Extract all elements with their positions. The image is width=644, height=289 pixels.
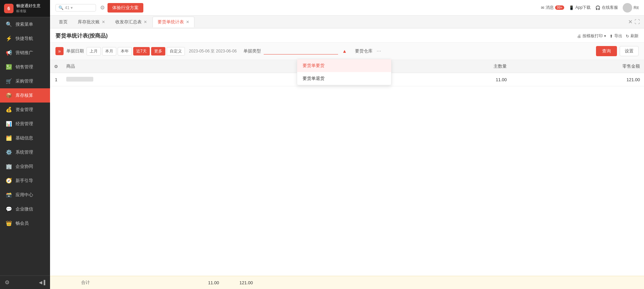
sidebar-collapse-icon[interactable]: ◀▐: [39, 280, 45, 285]
sidebar-icon-search: 🔍: [5, 21, 12, 28]
settings-icon[interactable]: ⚙: [5, 279, 9, 286]
app-sub: 标准版: [16, 9, 41, 14]
tab-close-collect-summary[interactable]: ✕: [144, 20, 147, 24]
date-buttons: 上月 本月 本年 近7天 更多 自定义: [87, 47, 185, 55]
print-arrow[interactable]: ▾: [604, 34, 606, 38]
user-name: Rit: [634, 5, 639, 10]
sidebar-icon-sales: 💹: [5, 64, 12, 70]
date-btn-more[interactable]: 更多: [151, 47, 165, 55]
refresh-label: 刷新: [630, 33, 639, 39]
tab-close-inventory-batch[interactable]: ✕: [102, 20, 105, 24]
col-product: 商品: [62, 60, 244, 73]
date-btn-7days[interactable]: 近7天: [133, 47, 150, 55]
search-box[interactable]: 🔍 41 ▾: [55, 4, 96, 12]
gear-icon[interactable]: ⚙: [100, 4, 105, 11]
date-btn-this-year[interactable]: 本年: [118, 47, 132, 55]
tab-inventory-batch[interactable]: 库存批次账✕: [73, 17, 110, 27]
filter-more-btn[interactable]: ···: [377, 48, 381, 54]
tab-order-summary[interactable]: 要货单统计表✕: [152, 17, 194, 27]
avatar: [623, 3, 632, 13]
type-option-return[interactable]: 要货单退货: [297, 72, 391, 85]
sidebar-label-enterprise: 企业协同: [16, 163, 33, 170]
print-template-action[interactable]: 🖨 按模板打印 ▾: [577, 33, 606, 39]
sidebar-item-enterprise[interactable]: 🏢 企业协同: [0, 159, 50, 174]
product-blurred: [66, 77, 93, 82]
tab-label-collect-summary: 收发存汇总表: [115, 19, 142, 25]
type-option-order[interactable]: 要货单要货: [297, 59, 391, 72]
sidebar-label-sales: 销售管理: [16, 64, 33, 70]
customer-service-item[interactable]: 🎧 在线客服: [595, 5, 618, 10]
tabs-actions: ✕ ⛶: [628, 19, 640, 25]
cell-num-0: 1: [50, 73, 62, 86]
settings-button[interactable]: 设置: [620, 46, 639, 56]
date-btn-this-month[interactable]: 本月: [102, 47, 116, 55]
sidebar-label-operation: 经营管理: [16, 121, 33, 127]
date-btn-prev-month[interactable]: 上月: [87, 47, 101, 55]
sidebar-icon-wechat: 💬: [5, 206, 12, 213]
sidebar-icon-finance: 💰: [5, 106, 12, 113]
col-settings-icon[interactable]: ⚙: [50, 60, 62, 73]
message-label: 消息: [546, 5, 554, 10]
cell-qty-0: 11.00: [400, 73, 511, 86]
message-item[interactable]: ✉ 消息 99+: [541, 5, 564, 10]
refresh-action[interactable]: ↻ 刷新: [626, 33, 639, 39]
sidebar-icon-system: ⚙️: [5, 149, 12, 156]
filter-bar: » 单据日期 上月 本月 本年 近7天 更多 自定义 2023-05-06 至 …: [50, 43, 644, 60]
sidebar-item-guide[interactable]: 🧭 新手引导: [0, 174, 50, 188]
sidebar-item-member[interactable]: 👑 畅会员: [0, 216, 50, 230]
tab-home[interactable]: 首页: [54, 17, 72, 27]
sidebar-nav: 🔍 搜索菜单 ⚡ 快捷导航 📢 营销推广 💹 销售管理 🛒 采购管理 📦 库存核…: [0, 17, 50, 275]
print-icon: 🖨: [577, 34, 581, 39]
sidebar-item-marketing[interactable]: 📢 营销推广: [0, 46, 50, 60]
cell-amount-0: 121.00: [511, 73, 644, 86]
query-button[interactable]: 查询: [596, 46, 617, 56]
filter-expand-btn[interactable]: »: [55, 47, 64, 55]
sidebar-item-basic[interactable]: 🗂️ 基础信息: [0, 131, 50, 145]
sidebar-label-system: 系统管理: [16, 149, 33, 155]
sidebar-item-operation[interactable]: 📊 经营管理: [0, 117, 50, 131]
sidebar-label-inventory: 库存核算: [16, 92, 33, 98]
promo-button[interactable]: 体验行业方案: [108, 3, 143, 13]
sidebar-item-sales[interactable]: 💹 销售管理: [0, 60, 50, 74]
sidebar-icon-shortcut: ⚡: [5, 35, 12, 42]
sidebar-item-shortcut[interactable]: ⚡ 快捷导航: [0, 31, 50, 46]
tabs-close-all[interactable]: ✕: [628, 19, 633, 25]
type-input[interactable]: [264, 48, 338, 54]
sidebar-item-appstore[interactable]: 🗃️ 应用中心: [0, 188, 50, 202]
date-btn-custom[interactable]: 自定义: [167, 47, 185, 55]
user-item[interactable]: Rit: [623, 3, 639, 13]
topbar-right: ✉ 消息 99+ 📱 App下载 🎧 在线客服 Rit: [541, 3, 639, 13]
sidebar: 6 畅捷通好生意 标准版 🔍 搜索菜单 ⚡ 快捷导航 📢 营销推广 💹 销售管理…: [0, 0, 50, 289]
tab-close-order-summary[interactable]: ✕: [186, 20, 189, 24]
warehouse-label: 要货仓库: [355, 48, 373, 54]
date-label: 单据日期: [66, 48, 84, 54]
message-icon: ✉: [541, 5, 544, 10]
type-dropdown-arrow[interactable]: ▲: [342, 48, 347, 54]
app-download-label: App下载: [575, 5, 591, 10]
tab-label-home: 首页: [59, 19, 68, 25]
sidebar-item-purchase[interactable]: 🛒 采购管理: [0, 74, 50, 88]
sidebar-bottom: ⚙ ◀▐: [0, 275, 50, 289]
sidebar-item-inventory[interactable]: 📦 库存核算: [0, 88, 50, 103]
sidebar-icon-appstore: 🗃️: [5, 192, 12, 198]
tab-collect-summary[interactable]: 收发存汇总表✕: [111, 17, 152, 27]
sidebar-item-finance[interactable]: 💰 资金管理: [0, 103, 50, 117]
main-area: 🔍 41 ▾ ⚙ 体验行业方案 ✉ 消息 99+ 📱 App下载 🎧 在线客服: [50, 0, 644, 289]
sidebar-label-purchase: 采购管理: [16, 78, 33, 84]
dropdown-arrow[interactable]: ▾: [71, 5, 73, 10]
app-download-item[interactable]: 📱 App下载: [569, 5, 591, 10]
export-action[interactable]: ⬆ 导出: [610, 33, 622, 39]
table-wrapper: ⚙ 商品 主计量单位 主数量 零售金额 1 块 11.00 121.00: [50, 60, 644, 289]
tabs-maximize[interactable]: ⛶: [635, 19, 640, 25]
sidebar-icon-purchase: 🛒: [5, 78, 12, 85]
page-title: 要货单统计表(按商品): [55, 32, 108, 40]
sidebar-label-finance: 资金管理: [16, 107, 33, 113]
type-dropdown-popup: 要货单要货 要货单退货: [297, 59, 391, 85]
sidebar-item-system[interactable]: ⚙️ 系统管理: [0, 145, 50, 159]
sidebar-item-wechat[interactable]: 💬 企业微信: [0, 202, 50, 216]
search-num: 41: [65, 5, 69, 10]
sidebar-label-guide: 新手引导: [16, 178, 33, 184]
tab-label-order-summary: 要货单统计表: [158, 19, 184, 25]
app-name: 畅捷通好生意: [16, 3, 41, 9]
sidebar-item-search[interactable]: 🔍 搜索菜单: [0, 17, 50, 31]
